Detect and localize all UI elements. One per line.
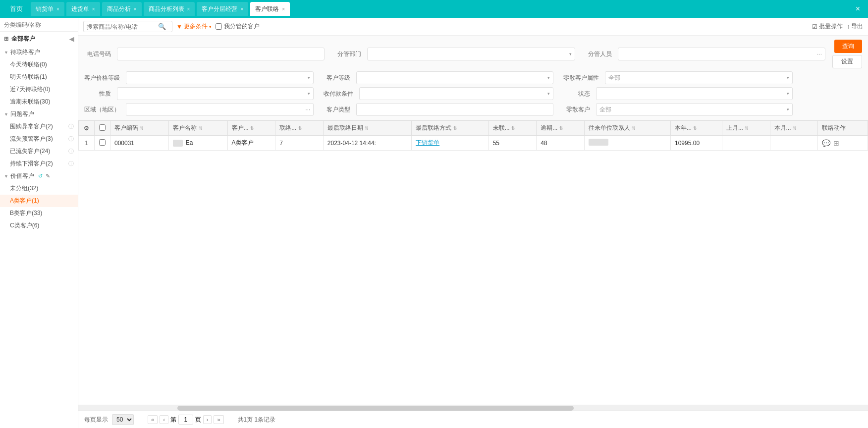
- filter-control-region[interactable]: ···: [126, 103, 314, 116]
- filter-label-manager: 分管人员: [585, 50, 615, 58]
- filter-control-customerlevel[interactable]: ▾: [356, 71, 553, 84]
- nav-tab-productlist-close[interactable]: ×: [187, 6, 190, 12]
- sort-icon-notcontacted[interactable]: ⇅: [511, 126, 515, 131]
- sort-icon-customertype[interactable]: ⇅: [250, 126, 254, 131]
- nav-tab-customersegment[interactable]: 客户分层经营 ×: [197, 2, 248, 16]
- select-all-checkbox[interactable]: [99, 124, 106, 131]
- filter-control-nature[interactable]: ▾: [117, 87, 314, 100]
- next-page-button[interactable]: ›: [203, 415, 212, 424]
- nav-home[interactable]: 首页: [4, 0, 29, 18]
- page-size-select[interactable]: 50: [112, 414, 134, 425]
- sort-icon-lastmonth[interactable]: ⇅: [745, 126, 749, 131]
- sort-icon-code[interactable]: ⇅: [140, 126, 144, 131]
- all-customers-header[interactable]: ⊞ 全部客户 ◀: [0, 32, 78, 46]
- nav-tab-salesorder[interactable]: 销货单 ×: [31, 2, 64, 16]
- nav-tab-customercontact-close[interactable]: ×: [282, 6, 285, 12]
- qr-icon[interactable]: ⊞: [833, 139, 839, 147]
- export-icon: ↑: [847, 23, 850, 30]
- sidebar-item-overdue[interactable]: 逾期未联络(30): [0, 96, 78, 108]
- sidebar-item-churned[interactable]: 已流失客户(24) ⓘ: [0, 145, 78, 158]
- settings-icon[interactable]: ⚙: [84, 125, 89, 132]
- first-page-button[interactable]: «: [148, 415, 158, 424]
- refresh-icon[interactable]: ↺: [38, 173, 43, 179]
- sort-icon-thismonth[interactable]: ⇅: [793, 126, 797, 131]
- scrollbar-thumb[interactable]: [177, 406, 574, 411]
- filter-control-payment[interactable]: ▾: [359, 87, 553, 100]
- sort-icon-contactperson[interactable]: ⇅: [632, 126, 636, 131]
- th-settings[interactable]: ⚙: [79, 121, 95, 136]
- batch-ops-button[interactable]: ☑ 批量操作: [812, 22, 843, 31]
- sidebar-item-class-c[interactable]: C类客户(6): [0, 219, 78, 232]
- sidebar-search-input[interactable]: [4, 21, 78, 28]
- sort-icon-name[interactable]: ⇅: [199, 126, 203, 131]
- filter-control-phone[interactable]: [117, 48, 325, 60]
- sidebar-item-class-a[interactable]: A类客户(1): [0, 195, 78, 207]
- td-checkbox[interactable]: [95, 136, 110, 151]
- dropdown-arrow-dept: ▾: [569, 52, 572, 56]
- nav-tab-purchaseorder-close[interactable]: ×: [92, 6, 95, 12]
- dots-region: ···: [305, 106, 310, 113]
- dropdown-arrow-status: ▾: [787, 91, 789, 96]
- export-button[interactable]: ↑ 导出: [847, 22, 863, 31]
- filter-control-status[interactable]: ▾: [596, 87, 793, 100]
- td-lastcontactmethod[interactable]: 下销货单: [412, 136, 488, 151]
- sidebar-group-value[interactable]: ▼ 价值客户 ↺ ✎: [0, 170, 78, 182]
- last-page-button[interactable]: »: [214, 415, 223, 424]
- dots-manager: ···: [817, 51, 822, 57]
- sort-icon-lastcontactmethod[interactable]: ⇅: [453, 126, 457, 131]
- filter-field-manager: 分管人员 ···: [585, 48, 825, 60]
- pagination-bar: 每页显示 50 « ‹ 第 页 › » 共1页 1条记录: [78, 411, 868, 428]
- my-customers-checkbox[interactable]: [216, 23, 222, 30]
- sort-icon-contactcount[interactable]: ⇅: [298, 126, 302, 131]
- sidebar-item-declining[interactable]: 持续下滑客户(2) ⓘ: [0, 158, 78, 170]
- last-contact-method-link[interactable]: 下销货单: [416, 139, 439, 146]
- main-layout: 🔍 ⊞ 全部客户 ◀ ▼ 待联络客户 今天待联络(0) 明天待联络(1) 近7天…: [0, 18, 868, 428]
- sidebar-item-class-b-label: B类客户(33): [10, 209, 74, 217]
- th-checkbox[interactable]: [95, 121, 110, 136]
- filter-more-button[interactable]: ▼ 更多条件 ▾: [176, 22, 212, 31]
- sidebar-item-7days-label: 近7天待联络(0): [10, 85, 74, 94]
- page-num-input[interactable]: [178, 415, 193, 425]
- filter-control-retailattr[interactable]: 全部 ▾: [605, 71, 793, 84]
- nav-tab-productanalysis[interactable]: 商品分析 ×: [102, 2, 142, 16]
- sort-icon-lastcontactdate[interactable]: ⇅: [365, 126, 369, 131]
- filter-control-customertype[interactable]: [356, 103, 553, 116]
- filter-search-icon[interactable]: 🔍: [158, 23, 166, 30]
- query-button[interactable]: 查询: [834, 40, 862, 53]
- sidebar-item-unclassified[interactable]: 未分组(32): [0, 182, 78, 195]
- close-all-button[interactable]: ×: [852, 4, 864, 13]
- filter-control-dept[interactable]: ▾: [367, 48, 575, 60]
- sidebar-item-today[interactable]: 今天待联络(0): [0, 58, 78, 71]
- filter-control-retailcustomer[interactable]: 全部 ▾: [596, 103, 793, 116]
- chat-icon[interactable]: 💬: [822, 139, 830, 147]
- nav-tab-customersegment-close[interactable]: ×: [240, 6, 243, 12]
- sort-icon-overdue[interactable]: ⇅: [559, 126, 563, 131]
- sidebar-item-7days[interactable]: 近7天待联络(0): [0, 83, 78, 96]
- nav-tab-productlist[interactable]: 商品分析列表 ×: [144, 2, 195, 16]
- sidebar-item-tomorrow[interactable]: 明天待联络(1): [0, 71, 78, 83]
- nav-tab-productanalysis-close[interactable]: ×: [134, 6, 137, 12]
- filter-control-manager[interactable]: ···: [618, 48, 825, 60]
- filter-search-input[interactable]: [87, 23, 156, 30]
- sidebar-group-problem[interactable]: ▼ 问题客户: [0, 108, 78, 120]
- nav-tab-purchaseorder[interactable]: 进货单 ×: [66, 2, 100, 16]
- sidebar-item-abnormal[interactable]: 囤购异常客户(2) ⓘ: [0, 120, 78, 133]
- sort-icon-thisyear[interactable]: ⇅: [693, 126, 697, 131]
- edit-icon[interactable]: ✎: [46, 173, 50, 179]
- filter-field-customertype: 客户类型: [324, 103, 553, 116]
- settings-button[interactable]: 设置: [832, 55, 862, 68]
- row-checkbox[interactable]: [99, 139, 106, 146]
- filter-more-arrow: ▾: [209, 24, 212, 29]
- filter-control-pricelevel[interactable]: ▾: [126, 71, 314, 84]
- filter-field-status: 状态 ▾: [563, 87, 793, 100]
- nav-tab-salesorder-close[interactable]: ×: [56, 6, 59, 12]
- sidebar-group-pending[interactable]: ▼ 待联络客户: [0, 46, 78, 58]
- prev-page-button[interactable]: ‹: [160, 415, 168, 424]
- th-thismonth-label: 本月...: [774, 124, 791, 131]
- sidebar-item-class-b[interactable]: B类客户(33): [0, 207, 78, 219]
- filter-field-dept: 分管部门 ▾: [334, 48, 575, 60]
- sidebar-collapse-button[interactable]: ◀: [69, 36, 74, 43]
- sidebar-item-churn-warning[interactable]: 流失预警客户(3) ⓘ: [0, 133, 78, 145]
- nav-tab-customercontact[interactable]: 客户联络 ×: [250, 2, 290, 16]
- horizontal-scrollbar[interactable]: [78, 405, 868, 411]
